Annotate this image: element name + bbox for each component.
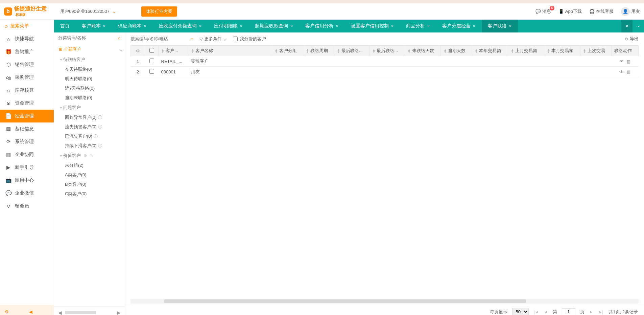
help-icon[interactable]: ⓘ [98,124,102,130]
messages-action[interactable]: 💬 消息 6 [535,8,551,15]
tab-7[interactable]: 设置客户信用控制✕ [345,20,400,32]
col-gear[interactable]: ⚙ [131,46,145,56]
search-icon[interactable]: ⌕ [191,36,193,41]
col-code[interactable]: ▲▼客户... [159,46,188,56]
row-checkbox[interactable] [149,59,154,63]
collapse-tree-icon[interactable]: « [120,48,123,53]
sidebar-item-3[interactable]: 🛍采购管理 [0,71,54,84]
tenant-selector[interactable]: 用户690企业1660120507 ⌄ [60,8,138,15]
gear-icon[interactable]: ⚙ [136,48,140,53]
col-last1[interactable]: ▲▼最后联络... [334,46,369,56]
sidebar-item-6[interactable]: 📄经营管理 [0,110,54,122]
table-row[interactable]: 2000001用友👁▥ [131,67,639,77]
col-chk[interactable] [145,46,159,56]
first-page[interactable]: |◂ [533,309,539,314]
close-all-tabs[interactable]: ✕ [621,20,633,32]
tree-leaf-1-3[interactable]: 持续下滑客户(0) ⓘ [54,141,125,151]
edit-icon[interactable]: ✎ [90,153,93,158]
table-row[interactable]: 1RETAIL_...零散客户👁▥ [131,56,639,67]
sort-icon[interactable]: ▲▼ [511,49,514,53]
help-icon[interactable]: ⓘ [94,134,98,139]
settings-icon[interactable]: ⚙ [84,153,87,158]
close-icon[interactable]: ✕ [391,24,394,28]
tree-leaf-1-1[interactable]: 流失预警客户(0) ⓘ [54,122,125,132]
col-last_trade[interactable]: ▲▼上次交易 [580,46,611,56]
tree-group-1[interactable]: ▾问题客户 [54,103,125,113]
sort-icon[interactable]: ▲▼ [547,49,550,53]
export-button[interactable]: ⟳ 导出 [625,36,639,42]
tree-scroll-left[interactable]: ◀ [57,310,63,315]
sidebar-item-4[interactable]: ⌂库存核算 [0,84,54,97]
tab-4[interactable]: 应付明细账✕ [208,20,249,32]
sort-icon[interactable]: ▲▼ [306,49,309,53]
help-icon[interactable]: ⓘ [98,143,102,149]
close-icon[interactable]: ✕ [290,24,293,28]
close-icon[interactable]: ✕ [144,24,147,28]
sidebar-item-0[interactable]: ⌂快捷导航 [0,32,54,45]
gear-icon[interactable]: ⚙ [5,309,9,314]
tabs-more[interactable]: ⋯ [633,20,644,32]
col-cycle[interactable]: ▲▼联络周期 [303,46,334,56]
online-service-action[interactable]: 🎧 在线客服 [589,8,614,15]
last-page[interactable]: ▸| [598,309,604,314]
tab-2[interactable]: 供应商账本✕ [112,20,153,32]
tree-root-all[interactable]: ⊞ 全部客户 [54,44,125,54]
tab-0[interactable]: 首页 [54,20,76,32]
close-icon[interactable]: ✕ [336,24,339,28]
next-page[interactable]: ▸ [589,309,594,314]
experience-button[interactable]: 体验行业方案 [141,6,177,17]
tree-scrollbar[interactable] [65,311,96,314]
my-customers-input[interactable] [233,37,238,41]
search-icon[interactable]: ⌕ [118,35,121,40]
col-group[interactable]: ▲▼客户分组 [272,46,303,56]
sort-icon[interactable]: ▲▼ [475,49,478,53]
tree-group-2[interactable]: ▾价值客户 ⚙ ✎ [54,151,125,161]
tree-leaf-0-1[interactable]: 明天待联络(0) [54,74,125,84]
sort-icon[interactable]: ▲▼ [444,49,447,53]
tab-10[interactable]: 客户联络✕ [482,20,518,32]
my-customers-checkbox[interactable]: 我分管的客户 [233,36,266,42]
sort-icon[interactable]: ▲▼ [191,49,194,53]
view-icon[interactable]: 👁 [619,69,624,74]
sort-icon[interactable]: ▲▼ [583,49,586,53]
tree-leaf-2-0[interactable]: 未分组(2) [54,161,125,170]
col-last2[interactable]: ▲▼最后联络... [369,46,405,56]
row-checkbox[interactable] [149,69,154,74]
sidebar-item-5[interactable]: ¥资金管理 [0,97,54,110]
col-nocontact[interactable]: ▲▼未联络天数 [405,46,441,56]
tab-5[interactable]: 超期应收款查询✕ [249,20,299,32]
tab-6[interactable]: 客户信用分析✕ [299,20,345,32]
tree-scroll-right[interactable]: ▶ [116,310,122,315]
sidebar-item-2[interactable]: ⬡销售管理 [0,58,54,71]
col-overdue[interactable]: ▲▼逾期天数 [441,46,472,56]
sort-icon[interactable]: ▲▼ [337,49,340,53]
sidebar-search[interactable]: ⌕ 搜索菜单 [0,20,54,32]
tree-leaf-2-2[interactable]: B类客户(0) [54,180,125,189]
sidebar-item-11[interactable]: 📺应用中心 [0,174,54,187]
sidebar-item-8[interactable]: ⟳系统管理 [0,135,54,148]
close-icon[interactable]: ✕ [509,24,512,28]
sidebar-item-1[interactable]: 🎁营销推广 [0,45,54,58]
tree-leaf-1-2[interactable]: 已流失客户(0) ⓘ [54,132,125,141]
scrollbar-thumb[interactable] [164,299,526,303]
tab-8[interactable]: 商品分析✕ [400,20,436,32]
sort-icon[interactable]: ▲▼ [275,49,278,53]
sidebar-item-9[interactable]: ▥企业协同 [0,148,54,161]
tree-search-input[interactable] [58,35,116,40]
sidebar-item-13[interactable]: V畅会员 [0,200,54,212]
tab-1[interactable]: 客户账本✕ [76,20,112,32]
col-name[interactable]: ▲▼客户名称 [188,46,272,56]
more-conditions[interactable]: ▽ 更多条件 ⌄ [199,36,227,42]
collapse-sidebar-icon[interactable]: ◀ [29,309,32,314]
col-year_amt[interactable]: ▲▼本年交易额 [472,46,508,56]
view-icon[interactable]: 👁 [619,59,624,64]
tab-9[interactable]: 客户分层经营✕ [436,20,482,32]
close-icon[interactable]: ✕ [240,24,243,28]
tab-3[interactable]: 应收应付余额查询✕ [153,20,208,32]
prev-page[interactable]: ◂ [544,309,548,314]
tree-leaf-2-1[interactable]: A类客户(0) [54,170,125,180]
sort-icon[interactable]: ▲▼ [161,49,164,53]
page-input[interactable] [562,308,575,315]
tree-leaf-2-3[interactable]: C类客户(0) [54,189,125,199]
help-icon[interactable]: ⓘ [98,115,102,120]
